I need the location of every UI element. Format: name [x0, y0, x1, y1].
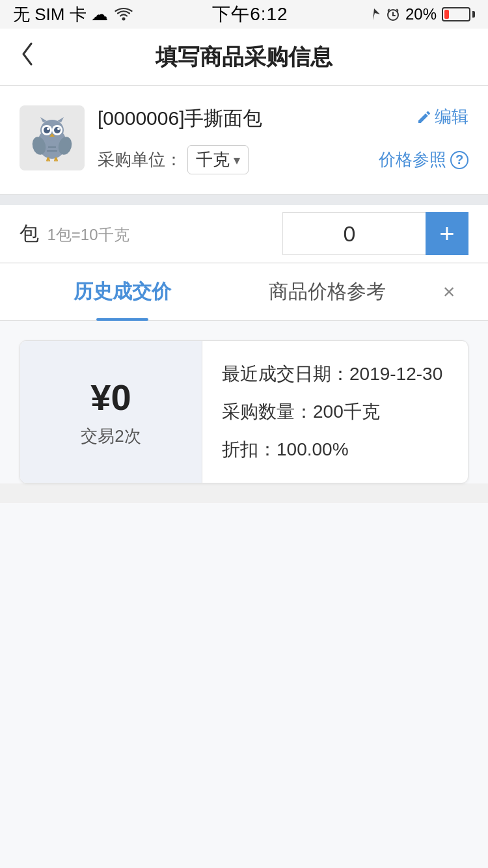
tab-reference-label: 商品价格参考 — [269, 278, 386, 305]
recent-date-label: 最近成交日期： — [222, 364, 349, 384]
edit-icon — [416, 109, 432, 125]
quantity-input-area: + — [142, 212, 468, 255]
history-card: ¥0 交易2次 最近成交日期：2019-12-30 采购数量：200千克 折扣：… — [20, 340, 468, 483]
package-unit-label: 包 — [20, 223, 39, 244]
status-right: 20% — [368, 5, 475, 23]
svg-line-19 — [56, 157, 57, 161]
svg-point-10 — [57, 128, 60, 130]
svg-point-8 — [54, 127, 61, 133]
discount-label: 折扣： — [222, 439, 277, 459]
nav-bar: 填写商品采购信息 — [0, 29, 488, 86]
history-price-value: ¥0 — [90, 376, 131, 418]
tab-history-price[interactable]: 历史成交价 — [20, 264, 224, 321]
wifi-dot — [122, 18, 125, 21]
unit-dropdown[interactable]: 千克 ▾ — [187, 145, 249, 174]
dropdown-arrow-icon: ▾ — [234, 152, 240, 168]
battery-percent: 20% — [405, 5, 437, 23]
svg-point-9 — [47, 128, 49, 130]
product-image — [20, 105, 85, 170]
panel-section: 历史成交价 商品价格参考 × ¥0 交易2次 最近成交日期：2019-12-30… — [0, 264, 488, 483]
section-divider — [0, 195, 488, 205]
page-title: 填写商品采购信息 — [156, 42, 332, 72]
edit-button[interactable]: 编辑 — [416, 105, 468, 128]
main-content-area — [0, 503, 488, 868]
recent-date-value: 2019-12-30 — [349, 364, 442, 384]
price-ref-help-icon: ? — [450, 151, 468, 169]
product-thumbnail — [26, 112, 78, 164]
purchase-qty-value: 200千克 — [313, 401, 380, 422]
location-icon — [368, 8, 381, 21]
product-name: [0000006]手撕面包 — [98, 105, 262, 132]
price-ref-label: 价格参照 — [379, 148, 446, 171]
purchase-qty-row: 采购数量：200千克 — [222, 398, 448, 426]
history-card-right: 最近成交日期：2019-12-30 采购数量：200千克 折扣：100.00% — [202, 341, 468, 483]
sim-label: 无 SIM 卡 ☁ — [13, 3, 108, 26]
product-details: [0000006]手撕面包 编辑 采购单位： 千克 ▾ 价格参照 ? — [98, 105, 468, 174]
status-time: 下午6:12 — [212, 2, 288, 27]
status-left: 无 SIM 卡 ☁ — [13, 3, 133, 26]
close-icon: × — [443, 280, 455, 304]
product-unit-row: 采购单位： 千克 ▾ 价格参照 ? — [98, 145, 468, 174]
back-button[interactable] — [20, 41, 35, 73]
tab-close-button[interactable]: × — [429, 273, 468, 312]
tab-active-indicator — [96, 318, 148, 321]
recent-date-row: 最近成交日期：2019-12-30 — [222, 360, 448, 388]
plus-icon: + — [439, 219, 454, 249]
history-card-left: ¥0 交易2次 — [20, 341, 202, 483]
quantity-unit-display: 包 1包=10千克 — [20, 221, 129, 247]
wifi-icon — [115, 7, 133, 21]
unit-label: 采购单位： — [98, 148, 182, 171]
discount-row: 折扣：100.00% — [222, 436, 448, 463]
battery-indicator — [442, 7, 475, 21]
currency-symbol: ¥ — [90, 377, 111, 418]
product-header: [0000006]手撕面包 编辑 — [98, 105, 468, 132]
unit-conversion-label: 1包=10千克 — [47, 226, 129, 243]
status-bar: 无 SIM 卡 ☁ 下午6:12 20% — [0, 0, 488, 29]
purchase-qty-label: 采购数量： — [222, 401, 313, 422]
quantity-row: 包 1包=10千克 + — [0, 205, 488, 262]
quantity-plus-button[interactable]: + — [426, 212, 468, 255]
discount-value: 100.00% — [277, 439, 349, 459]
tab-product-price-ref[interactable]: 商品价格参考 — [224, 264, 429, 321]
edit-label: 编辑 — [435, 105, 468, 128]
svg-point-7 — [44, 127, 50, 133]
tab-history-label: 历史成交价 — [74, 278, 171, 305]
trade-count: 交易2次 — [81, 425, 141, 448]
price-reference-button[interactable]: 价格参照 ? — [379, 148, 468, 171]
tabs-bar: 历史成交价 商品价格参考 × — [0, 264, 488, 321]
unit-value: 千克 — [196, 148, 230, 171]
alarm-icon — [386, 7, 400, 21]
product-card: [0000006]手撕面包 编辑 采购单位： 千克 ▾ 价格参照 ? — [0, 86, 488, 195]
price-amount: 0 — [111, 377, 131, 418]
quantity-input[interactable] — [282, 212, 426, 255]
